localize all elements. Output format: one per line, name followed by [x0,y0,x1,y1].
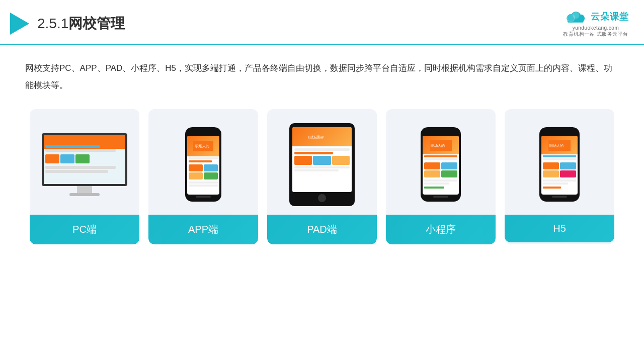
phone-notch-h5 [553,131,566,134]
phone-notch [197,131,209,134]
svg-text:职场人的: 职场人的 [195,144,209,148]
cloud-icon [562,9,588,24]
cards-container: PC端 职场人的 [25,109,619,244]
h5-screen-art: 职场人的 [548,140,571,151]
phone-miniprogram: 职场人的 [421,127,461,202]
phone-home-bar-mini [433,196,448,198]
h5-image-area: 职场人的 [505,109,614,215]
card-app: 职场人的 [148,109,258,244]
card-miniprogram: 职场人的 [386,109,496,244]
logo-text: 云朵课堂 [591,11,629,23]
tablet-home-button [318,194,326,202]
monitor-screen [42,133,127,186]
pad-label: PAD端 [267,215,377,244]
phone-screen-h5: 职场人的 [541,136,578,195]
tablet-screen-art: 职场课程 [307,131,337,143]
card-pc: PC端 [30,109,139,244]
h5-label: H5 [505,215,614,242]
card-h5: 职场人的 [505,109,614,244]
logo-cloud: 云朵课堂 [562,9,629,24]
description-text: 网校支持PC、APP、PAD、小程序、H5，实现多端打通，产品各终端自由切换，数… [25,60,619,94]
mini-screen-art: 职场人的 [430,140,452,151]
phone-app: 职场人的 [185,127,221,202]
main-content: 网校支持PC、APP、PAD、小程序、H5，实现多端打通，产品各终端自由切换，数… [0,45,644,254]
miniprogram-label: 小程序 [386,215,496,244]
app-image-area: 职场人的 [148,109,258,215]
svg-text:职场人的: 职场人的 [549,144,564,148]
phone-home-bar [196,196,211,198]
phone-h5: 职场人的 [539,127,580,202]
pc-monitor [42,133,127,196]
header: 2.5.1网校管理 云朵课堂 yunduoketang.com 教育机构一站 式… [0,0,644,45]
svg-text:职场人的: 职场人的 [431,144,445,148]
pc-label: PC端 [30,215,139,244]
header-left: 2.5.1网校管理 [10,13,125,35]
card-pad: 职场课程 [267,109,377,244]
phone-screen-mini: 职场人的 [423,136,459,195]
page-title: 2.5.1网校管理 [37,14,125,33]
phone-home-bar-h5 [552,196,567,198]
phone-notch-mini [435,131,447,134]
logo-subtitle: yunduoketang.com 教育机构一站 式服务云平台 [563,25,628,38]
svg-point-5 [573,12,579,19]
tablet-mockup: 职场课程 [289,123,355,206]
miniprogram-image-area: 职场人的 [386,109,496,215]
pc-image-area [30,109,139,215]
tablet-screen: 职场课程 [292,127,352,192]
pad-image-area: 职场课程 [267,109,377,215]
logo-area: 云朵课堂 yunduoketang.com 教育机构一站 式服务云平台 [562,9,629,38]
app-screen-art: 职场人的 [193,141,213,151]
play-icon [10,13,29,35]
app-label: APP端 [148,215,258,244]
svg-text:职场课程: 职场课程 [308,135,324,140]
phone-screen-app: 职场人的 [187,136,219,195]
